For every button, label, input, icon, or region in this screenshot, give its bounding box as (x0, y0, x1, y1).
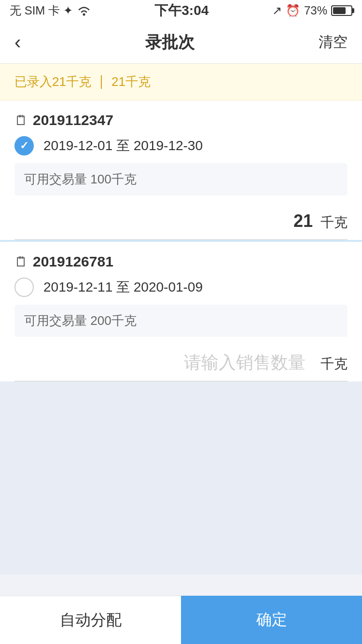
back-button[interactable]: ‹ (14, 31, 21, 53)
info-value: 21千克 (111, 73, 151, 90)
info-banner: 已录入21千克 21千克 (0, 64, 362, 100)
location-icon: ↗ (272, 4, 282, 17)
batch-header-1: 🗒 2019112347 (0, 100, 362, 132)
radio-button-1[interactable] (14, 136, 34, 155)
battery-percent: 73% (304, 4, 327, 17)
nav-bar: ‹ 录批次 清空 (0, 21, 362, 64)
amount-row-2: 千克 (0, 345, 362, 381)
avail-qty-1: 可用交易量 100千克 (14, 163, 348, 196)
status-left: 无 SIM 卡 ✦ (10, 3, 91, 18)
status-bar: 无 SIM 卡 ✦ 下午3:04 ↗ ⏰ 73% (0, 0, 362, 21)
batch-doc-icon-1: 🗒 (14, 112, 28, 128)
amount-unit-1: 千克 (320, 213, 348, 232)
info-recorded-label: 已录入21千克 (14, 73, 91, 90)
batch-id-2: 2019126781 (33, 253, 113, 270)
battery-icon (331, 5, 352, 16)
batch-doc-icon-2: 🗒 (14, 254, 28, 270)
confirm-button[interactable]: 确定 (181, 596, 362, 644)
batch-date-row-2[interactable]: 2019-12-11 至 2020-01-09 (0, 274, 362, 301)
sim-label: 无 SIM 卡 ✦ (10, 3, 73, 18)
batch-header-2: 🗒 2019126781 (0, 242, 362, 274)
avail-qty-2: 可用交易量 200千克 (14, 305, 348, 337)
clear-button[interactable]: 清空 (319, 32, 348, 52)
bottom-bar: 自动分配 确定 (0, 596, 362, 644)
svg-point-0 (83, 14, 85, 16)
empty-area (0, 381, 362, 574)
batch-date-row-1[interactable]: 2019-12-01 至 2019-12-30 (0, 132, 362, 159)
page-title: 录批次 (145, 31, 195, 54)
radio-button-2[interactable] (14, 278, 34, 297)
status-right: ↗ ⏰ 73% (272, 4, 352, 17)
info-divider (101, 75, 102, 89)
amount-value-1: 21 (293, 211, 313, 231)
amount-row-1: 21 千克 (0, 203, 362, 239)
auto-distribute-button[interactable]: 自动分配 (0, 596, 181, 644)
alarm-icon: ⏰ (286, 4, 300, 17)
wifi-icon (77, 5, 91, 16)
batch-id-1: 2019112347 (33, 112, 113, 128)
batch-card-1: 🗒 2019112347 2019-12-01 至 2019-12-30 可用交… (0, 100, 362, 240)
batch-card-2: 🗒 2019126781 2019-12-11 至 2020-01-09 可用交… (0, 242, 362, 381)
amount-unit-2: 千克 (320, 355, 348, 373)
amount-input-2[interactable] (168, 352, 313, 373)
batch-date-2: 2019-12-11 至 2020-01-09 (43, 278, 203, 296)
batch-date-1: 2019-12-01 至 2019-12-30 (43, 137, 203, 155)
status-time: 下午3:04 (154, 1, 209, 20)
